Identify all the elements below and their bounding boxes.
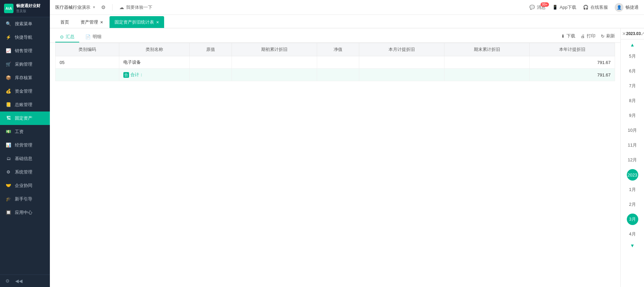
search-icon: 🔍: [5, 21, 11, 27]
print-button[interactable]: 🖨 打印: [581, 33, 595, 39]
date-panel-title: 2023.03: [626, 31, 641, 36]
month-9[interactable]: 9月: [621, 108, 644, 123]
sidebar-item-fixed-assets[interactable]: 🏗 固定资产: [0, 111, 50, 125]
tab-asset-mgmt-close[interactable]: ✕: [100, 20, 103, 25]
company-name: 医疗器械行业演示: [55, 4, 90, 10]
system-icon: ⚙: [5, 169, 11, 175]
sidebar-item-apps[interactable]: 🔲 应用中心: [0, 206, 50, 219]
date-panel-close-icon[interactable]: ✕: [622, 31, 626, 36]
sidebar-item-ledger[interactable]: 📒 总账管理: [0, 98, 50, 111]
sidebar-item-basic-info[interactable]: 🗂 基础信息: [0, 152, 50, 165]
settings-footer-icon[interactable]: ⚙: [5, 278, 10, 284]
month-2023-2[interactable]: 2月: [621, 197, 644, 212]
user-name: 畅捷通: [625, 4, 639, 10]
tab-fixed-depreciation-close[interactable]: ✕: [156, 20, 159, 25]
quick-nav-icon: ⚡: [5, 34, 11, 40]
sidebar-item-search[interactable]: 🔍 搜索菜单: [0, 17, 50, 31]
month-8[interactable]: 8月: [621, 93, 644, 108]
sidebar-item-label: 工资: [15, 129, 24, 135]
col-ending-accum: 期末累计折旧: [444, 43, 530, 56]
date-panel-expand-icon[interactable]: ⤢: [641, 31, 644, 36]
sidebar-item-label: 采购管理: [15, 61, 32, 67]
detail-icon: 📄: [85, 34, 91, 39]
experience-button[interactable]: ☁ 我要体验一下: [119, 4, 152, 10]
col-name: 类别名称: [119, 43, 190, 56]
sidebar-item-enterprise[interactable]: 🤝 企业协同: [0, 179, 50, 192]
customer-service-label: 在线客服: [590, 4, 608, 10]
sub-tab-detail[interactable]: 📄 明细: [81, 32, 106, 42]
sales-icon: 📈: [5, 48, 11, 54]
col-annual-dep: 本年计提折旧: [530, 43, 615, 56]
month-6[interactable]: 6月: [621, 64, 644, 78]
print-label: 打印: [587, 33, 595, 39]
col-net: 净值: [317, 43, 359, 56]
experience-label: 我要体验一下: [126, 4, 152, 10]
sidebar-item-payroll[interactable]: 💵 工资: [0, 125, 50, 138]
main-area: 医疗器械行业演示 ▼ ⚙ ☁ 我要体验一下 💬 消息 99+ 📱 App下载 🎧…: [50, 0, 644, 287]
download-button[interactable]: ⬇ 下载: [561, 33, 575, 39]
customer-service-button[interactable]: 🎧 在线客服: [583, 4, 608, 10]
download-icon: ⬇: [561, 34, 565, 39]
date-panel-header: ✕ 2023.03 ⤢: [621, 28, 644, 39]
sidebar-footer: ⚙ ◀◀: [0, 275, 50, 287]
inventory-icon: 📦: [5, 75, 11, 81]
message-button[interactable]: 💬 消息 99+: [529, 4, 546, 10]
sub-tab-summary[interactable]: ⊙ 汇总: [55, 32, 79, 42]
sidebar-item-funds[interactable]: 💰 资金管理: [0, 85, 50, 98]
collapse-sidebar-icon[interactable]: ◀◀: [15, 278, 23, 284]
sidebar-item-label: 应用中心: [15, 210, 32, 216]
col-code: 类别编码: [56, 43, 119, 56]
sidebar-item-quick-nav[interactable]: ⚡ 快捷导航: [0, 31, 50, 44]
sidebar-item-label: 库存核算: [15, 75, 32, 81]
month-2023-3[interactable]: 3月: [621, 212, 644, 227]
year-2023[interactable]: 2023: [621, 167, 644, 182]
tab-fixed-depreciation-label: 固定资产折旧统计表: [115, 19, 154, 25]
user-profile[interactable]: 👤 畅捷通: [615, 3, 639, 12]
sidebar-nav: 🔍 搜索菜单 ⚡ 快捷导航 📈 销售管理 🛒 采购管理 📦 库存核算 💰 资金管…: [0, 17, 50, 275]
sidebar-item-inventory[interactable]: 📦 库存核算: [0, 71, 50, 85]
date-panel: ✕ 2023.03 ⤢ ▲ 5月 6月 7月 8月 9月 10月 11月 12月…: [620, 28, 644, 287]
total-row: 合 合计： 791.67: [56, 69, 615, 81]
sidebar-item-purchase[interactable]: 🛒 采购管理: [0, 58, 50, 71]
tab-home[interactable]: 首页: [55, 16, 74, 28]
sidebar-item-label: 新手引导: [15, 196, 32, 202]
total-icon: 合: [123, 72, 129, 78]
sidebar-item-label: 固定资产: [15, 115, 32, 121]
sidebar-item-operations[interactable]: 📊 经营管理: [0, 138, 50, 152]
message-icon: 💬: [529, 5, 535, 10]
ledger-icon: 📒: [5, 102, 11, 108]
topbar-settings-icon[interactable]: ⚙: [101, 4, 105, 10]
total-label: 合 合计：: [119, 69, 190, 81]
sidebar-item-label: 销售管理: [15, 48, 32, 54]
app-download-button[interactable]: 📱 App下载: [552, 4, 576, 10]
experience-icon: ☁: [119, 5, 124, 10]
date-month-scroll[interactable]: ▲ 5月 6月 7月 8月 9月 10月 11月 12月 2023 1月 2月 …: [621, 39, 644, 287]
month-7[interactable]: 7月: [621, 78, 644, 93]
refresh-button[interactable]: ↻ 刷新: [601, 33, 615, 39]
scroll-down-icon[interactable]: ▼: [629, 242, 636, 250]
month-5[interactable]: 5月: [621, 49, 644, 64]
scroll-up-icon[interactable]: ▲: [629, 41, 636, 49]
apps-icon: 🔲: [5, 210, 11, 216]
sidebar-item-guide[interactable]: 🎓 新手引导: [0, 192, 50, 206]
month-12[interactable]: 12月: [621, 153, 644, 167]
sidebar-logo: AtA: [4, 4, 13, 13]
company-selector[interactable]: 医疗器械行业演示 ▼: [55, 4, 96, 10]
row-name: 电子设备: [119, 56, 190, 69]
message-badge: 99+: [541, 2, 549, 7]
col-initial-accum: 期初累计折旧: [232, 43, 317, 56]
enterprise-icon: 🤝: [5, 183, 11, 189]
sidebar-item-label: 快捷导航: [15, 34, 32, 40]
month-10[interactable]: 10月: [621, 123, 644, 138]
month-11[interactable]: 11月: [621, 138, 644, 153]
tab-fixed-depreciation[interactable]: 固定资产折旧统计表 ✕: [110, 16, 164, 28]
sidebar-item-system[interactable]: ⚙ 系统管理: [0, 165, 50, 179]
sidebar-item-sales[interactable]: 📈 销售管理: [0, 44, 50, 58]
tab-asset-mgmt[interactable]: 资产管理 ✕: [75, 16, 108, 28]
month-2023-4[interactable]: 4月: [621, 227, 644, 242]
table-row: 05 电子设备 791.67: [56, 56, 615, 69]
month-2023-1[interactable]: 1月: [621, 182, 644, 197]
fixed-assets-icon: 🏗: [5, 115, 11, 121]
sidebar: AtA 畅捷通好业财 普及版 🔍 搜索菜单 ⚡ 快捷导航 📈 销售管理 🛒 采购…: [0, 0, 50, 287]
refresh-label: 刷新: [606, 33, 615, 39]
